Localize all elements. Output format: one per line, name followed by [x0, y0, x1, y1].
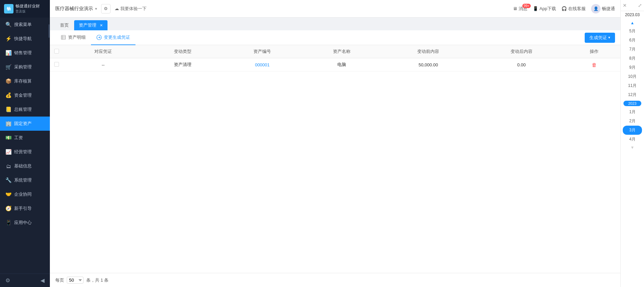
header-checkbox[interactable]: [54, 49, 59, 54]
main-content: 医疗器械行业演示 ▾ ⚙ ☁ 我要体验一下 🖥 消息 99+ 📱 App下载 🎧…: [50, 0, 620, 287]
sidebar-item-salary[interactable]: 💵 工资: [0, 131, 50, 145]
message-icon: 🖥: [513, 6, 517, 11]
table-header-row: 对应凭证 变动类型 资产编号 资产名称 变动前内容 变动后内容 操作: [50, 45, 620, 58]
generate-voucher-button[interactable]: 生成凭证 ▾: [585, 33, 615, 43]
tab-asset-detail[interactable]: 资产明细: [55, 30, 91, 45]
inventory-icon: 📦: [5, 78, 11, 84]
timeline-up-arrow[interactable]: ▲: [621, 19, 644, 27]
header-change-type: 变动类型: [143, 45, 222, 58]
ledger-icon: 📒: [5, 106, 11, 113]
app-download-icon: 📱: [533, 6, 538, 11]
sidebar-item-label-operations: 经营管理: [14, 149, 32, 155]
topbar: 医疗器械行业演示 ▾ ⚙ ☁ 我要体验一下 🖥 消息 99+ 📱 App下载 🎧…: [50, 0, 620, 18]
collapse-icon[interactable]: ◀: [40, 277, 44, 284]
logo-icon: 畅: [4, 4, 13, 13]
online-service-button[interactable]: 🎧 在线客服: [561, 6, 586, 12]
timeline-month-11[interactable]: 11月: [621, 81, 644, 90]
sidebar-item-label-inventory: 库存核算: [14, 78, 32, 84]
sidebar-item-system[interactable]: 🔧 系统管理: [0, 173, 50, 187]
guide-icon: 🧭: [5, 205, 11, 212]
sidebar-item-label-sales: 销售管理: [14, 50, 32, 56]
table-icon: [61, 35, 66, 40]
sidebar-item-label-search: 搜索菜单: [14, 22, 32, 28]
header-asset-no: 资产编号: [222, 45, 302, 58]
timeline-year-badge: 2023: [621, 101, 644, 106]
timeline-month-1[interactable]: 1月: [621, 107, 644, 117]
sidebar-item-funds[interactable]: 💰 资金管理: [0, 88, 50, 102]
sales-icon: 📊: [5, 50, 11, 56]
timeline-month-5[interactable]: 5月: [621, 27, 644, 36]
timeline-month-2[interactable]: 2月: [621, 117, 644, 126]
timeline-month-12[interactable]: 12月: [621, 90, 644, 99]
sidebar-item-label-fixed-assets: 固定资产: [14, 121, 32, 127]
timeline-down-arrow[interactable]: ▼: [621, 144, 644, 151]
messages-button[interactable]: 🖥 消息 99+: [513, 6, 527, 12]
sidebar-item-basic-info[interactable]: 🗂 基础信息: [0, 159, 50, 173]
timeline-month-6[interactable]: 6月: [621, 36, 644, 45]
logo-text: 畅捷通好业财 普及版: [16, 4, 40, 14]
settings-button[interactable]: ⚙: [101, 4, 111, 13]
sidebar: 畅 畅捷通好业财 普及版 🔍 搜索菜单 ⚡ 快捷导航 📊 销售管理 🛒 采购管理…: [0, 0, 50, 287]
settings-icon[interactable]: ⚙: [5, 277, 10, 284]
tab-home[interactable]: 首页: [55, 20, 73, 30]
timeline-month-4[interactable]: 4月: [621, 135, 644, 144]
basic-info-icon: 🗂: [5, 163, 11, 169]
company-selector[interactable]: 医疗器械行业演示 ▾: [55, 6, 97, 12]
messages-badge: 99+: [522, 4, 531, 8]
sidebar-item-search[interactable]: 🔍 搜索菜单: [0, 18, 50, 32]
row-checkbox-cell: [50, 58, 63, 71]
sidebar-item-collaboration[interactable]: 🤝 企业协同: [0, 187, 50, 201]
tab-change-voucher-label: 变更生成凭证: [104, 34, 130, 40]
tab-change-voucher[interactable]: 变更生成凭证: [91, 30, 135, 45]
timeline-month-8[interactable]: 8月: [621, 54, 644, 63]
sidebar-item-fixed-assets[interactable]: 🏢 固定资产: [0, 117, 50, 131]
sidebar-scrollbar: [48, 18, 50, 274]
sidebar-item-label-collaboration: 企业协同: [14, 191, 32, 197]
header-after-change: 变动后内容: [475, 45, 568, 58]
sidebar-item-label-purchase: 采购管理: [14, 64, 32, 70]
header-action: 操作: [568, 45, 620, 58]
timeline-month-10[interactable]: 10月: [621, 72, 644, 81]
sidebar-item-guide[interactable]: 🧭 新手引导: [0, 201, 50, 216]
sidebar-item-label-quick-nav: 快捷导航: [14, 36, 32, 42]
sidebar-item-app-center[interactable]: 📱 应用中心: [0, 216, 50, 230]
topbar-right: 🖥 消息 99+ 📱 App下载 🎧 在线客服 👤 畅捷通: [513, 4, 615, 13]
timeline-month-9[interactable]: 9月: [621, 63, 644, 72]
sidebar-nav: 🔍 搜索菜单 ⚡ 快捷导航 📊 销售管理 🛒 采购管理 📦 库存核算 💰 资金管…: [0, 18, 50, 274]
sidebar-item-sales[interactable]: 📊 销售管理: [0, 46, 50, 60]
sub-tabs-actions: 生成凭证 ▾: [585, 33, 615, 43]
pagination-bar: 每页 50 10 20 100 条，共 1 条: [50, 273, 620, 287]
experience-button[interactable]: ☁ 我要体验一下: [115, 6, 147, 12]
timeline-month-7[interactable]: 7月: [621, 45, 644, 54]
delete-row-icon[interactable]: 🗑: [592, 62, 597, 68]
timeline-month-3[interactable]: 3月: [623, 126, 642, 135]
tab-close-icon[interactable]: ✕: [100, 23, 103, 27]
sidebar-item-quick-nav[interactable]: ⚡ 快捷导航: [0, 32, 50, 46]
sidebar-item-label-basic-info: 基础信息: [14, 163, 32, 169]
sidebar-item-operations[interactable]: 📈 经营管理: [0, 145, 50, 159]
right-panel-expand-icon[interactable]: ⤢: [638, 3, 642, 8]
fixed-assets-icon: 🏢: [5, 121, 11, 127]
header-before-change: 变动前内容: [382, 45, 475, 58]
operations-icon: 📈: [5, 149, 11, 155]
sidebar-item-inventory[interactable]: 📦 库存核算: [0, 74, 50, 88]
sidebar-item-ledger[interactable]: 📒 总账管理: [0, 102, 50, 117]
svg-rect-0: [61, 35, 65, 39]
salary-icon: 💵: [5, 135, 11, 141]
tab-asset-management[interactable]: 资产管理 ✕: [74, 20, 108, 30]
right-panel-close-icon[interactable]: ✕: [623, 3, 627, 8]
sidebar-item-purchase[interactable]: 🛒 采购管理: [0, 60, 50, 74]
sub-tabs: 资产明细 变更生成凭证 生成凭证 ▾: [50, 30, 620, 45]
cell-asset-name-0: 电脑: [302, 58, 381, 71]
app-download-button[interactable]: 📱 App下载: [533, 6, 556, 12]
per-page-select[interactable]: 50 10 20 100: [67, 277, 84, 284]
system-icon: 🔧: [5, 177, 11, 183]
row-checkbox-0[interactable]: [54, 62, 59, 67]
right-panel: ✕ ⤢ 2023.03 ▲ 5月6月7月8月9月10月11月12月20231月2…: [620, 0, 644, 287]
timeline: ▲ 5月6月7月8月9月10月11月12月20231月2月3月4月 ▼: [621, 18, 644, 287]
tab-asset-detail-label: 资产明细: [68, 34, 86, 40]
header-asset-name: 资产名称: [302, 45, 381, 58]
user-menu[interactable]: 👤 畅捷通: [591, 4, 615, 13]
app-center-icon: 📱: [5, 220, 11, 226]
sidebar-scrollbar-thumb: [49, 24, 50, 38]
